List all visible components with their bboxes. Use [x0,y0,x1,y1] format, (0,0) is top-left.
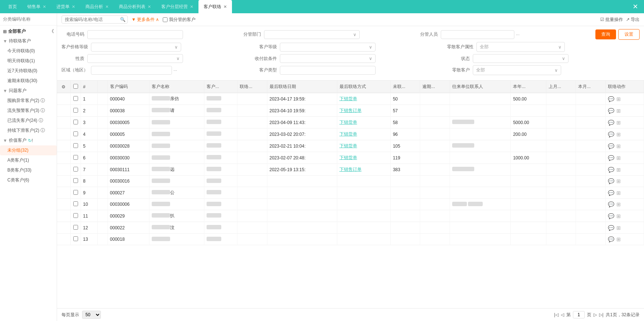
customer-level-select[interactable]: ∨ [280,43,376,52]
close-icon[interactable]: ✕ [105,4,109,9]
row-checkbox[interactable] [73,143,78,148]
customer-type-input[interactable] [280,66,376,75]
qr-icon[interactable]: ⊞ [616,201,621,207]
message-icon[interactable]: 💬 [608,167,614,173]
last-method-link[interactable]: 下销货单 [339,96,357,101]
message-icon[interactable]: 💬 [608,131,614,137]
prev-button[interactable]: ◁ [561,312,564,317]
tab-purchase[interactable]: 进货单 ✕ [51,0,80,13]
tab-sales[interactable]: 销售单 ✕ [22,0,51,13]
row-checkbox[interactable] [73,96,78,101]
close-icon[interactable]: ✕ [190,4,193,9]
manager-dots[interactable]: ··· [516,32,520,37]
sidebar-item-churn-warning[interactable]: 流失预警客户(3) ⓘ [0,106,57,116]
qr-icon[interactable]: ⊞ [616,178,621,184]
tab-product-list[interactable]: 商品分析列表 ✕ [114,0,156,13]
message-icon[interactable]: 💬 [608,143,614,149]
qr-icon[interactable]: ⊞ [616,155,621,161]
sidebar-item-class-c[interactable]: C类客户(6) [0,175,57,185]
sidebar-item-class-a[interactable]: A类客户(1) [0,155,57,165]
per-page-select[interactable]: 50 100 [82,311,101,319]
price-level-select[interactable]: ∨ [91,43,181,52]
tab-customer-tier[interactable]: 客户分层经营 ✕ [156,0,198,13]
region-dots[interactable]: ··· [173,68,177,73]
row-checkbox[interactable] [73,225,78,230]
close-icon[interactable]: ✕ [148,4,151,9]
qr-icon[interactable]: ⊞ [616,120,621,126]
row-checkbox[interactable] [73,178,78,183]
phone-input[interactable] [87,30,183,39]
row-checkbox[interactable] [73,167,78,172]
group-problem-customers[interactable]: ▼ 问题客户 [0,86,57,96]
qr-icon[interactable]: ⊞ [616,213,621,219]
next-last-button[interactable]: ▷| [599,312,603,317]
reset-button[interactable]: 设置 [618,29,640,40]
status-select[interactable]: ∨ [473,54,569,63]
message-icon[interactable]: 💬 [608,120,614,126]
tab-customer-contact[interactable]: 客户联络 ✕ [198,0,232,13]
close-icon[interactable]: ✕ [43,4,46,9]
sidebar-item-abnormal[interactable]: 囤购异常客户(2) ⓘ [0,96,57,106]
manager-input[interactable] [441,30,514,39]
last-method-link[interactable]: 下销货单 [339,143,357,148]
last-method-link[interactable]: 下销货单 [339,131,357,137]
sidebar-item-class-b[interactable]: B类客户(33) [0,165,57,175]
all-customers-header[interactable]: ⊞ 全部客户 《 [0,25,57,36]
message-icon[interactable]: 💬 [608,96,614,102]
sidebar-item-tomorrow[interactable]: 明天待联络(1) [0,56,57,66]
tab-product-analysis[interactable]: 商品分析 ✕ [80,0,114,13]
message-icon[interactable]: 💬 [608,190,614,196]
my-customers-checkbox[interactable]: 我分管的客户 [163,17,196,23]
global-close-button[interactable]: ✕ [630,3,641,11]
close-icon[interactable]: ✕ [72,4,75,9]
last-method-link[interactable]: 下销货单 [339,120,357,125]
sidebar-search-input[interactable] [3,17,57,22]
qr-icon[interactable]: ⊞ [616,190,621,196]
row-checkbox[interactable] [73,155,78,160]
sidebar-item-ungrouped[interactable]: 未分组(32) [0,145,57,155]
message-icon[interactable]: 💬 [608,201,614,207]
row-checkbox[interactable] [73,201,78,206]
sidebar-item-7days[interactable]: 近7天待联络(0) [0,66,57,76]
sidebar-item-today[interactable]: 今天待联络(0) [0,46,57,56]
prev-first-button[interactable]: |◁ [554,312,559,317]
payment-select[interactable]: ∨ [280,54,376,63]
export-button[interactable]: ↗ 导出 [626,17,640,23]
collapse-icon[interactable]: 《 [49,28,54,35]
sidebar-item-overdue[interactable]: 逾期未联络(30) [0,76,57,86]
message-icon[interactable]: 💬 [608,236,614,242]
qr-icon[interactable]: ⊞ [616,143,621,149]
search-icon[interactable]: 🔍 [120,17,126,22]
retail-customer-select[interactable]: 全部 ∨ [473,65,561,75]
next-button[interactable]: ▷ [594,312,597,317]
sidebar-item-churned[interactable]: 已流失客户(24) ⓘ [0,116,57,126]
message-icon[interactable]: 💬 [608,108,614,114]
select-all-checkbox[interactable] [73,84,78,89]
close-icon[interactable]: ✕ [224,4,227,9]
last-method-link[interactable]: 下销货单 [339,155,357,160]
th-settings[interactable]: ⚙ [57,81,70,93]
message-icon[interactable]: 💬 [608,225,614,231]
qr-icon[interactable]: ⊞ [616,236,621,242]
last-method-link[interactable]: 下销售订单 [339,108,362,113]
qr-icon[interactable]: ⊞ [616,108,621,114]
page-number-input[interactable] [573,311,585,318]
row-checkbox[interactable] [73,236,78,241]
group-value-customers[interactable]: ▼ 价值客户 ↻ ! [0,135,57,145]
row-checkbox[interactable] [73,108,78,113]
more-filter-button[interactable]: ▼ 更多条件 ∧ [131,17,159,23]
message-icon[interactable]: 💬 [608,155,614,161]
sidebar-item-declining[interactable]: 持续下滑客户(2) ⓘ [0,126,57,135]
region-input[interactable] [91,66,172,75]
refresh-icon[interactable]: ↻ [28,138,32,143]
qr-icon[interactable]: ⊞ [616,131,621,137]
tab-home[interactable]: 首页 [3,0,22,13]
retail-attr-select[interactable]: 全部 ∨ [476,42,565,52]
last-method-link[interactable]: 下销售订单 [339,167,362,172]
search-input[interactable] [65,17,120,22]
row-checkbox[interactable] [73,131,78,136]
batch-operation-button[interactable]: ☑ 批量操作 [600,17,623,23]
group-pending-contact[interactable]: ▼ 待联络客户 [0,36,57,46]
qr-icon[interactable]: ⊞ [616,96,621,102]
dept-select[interactable]: ∨ [264,30,360,39]
